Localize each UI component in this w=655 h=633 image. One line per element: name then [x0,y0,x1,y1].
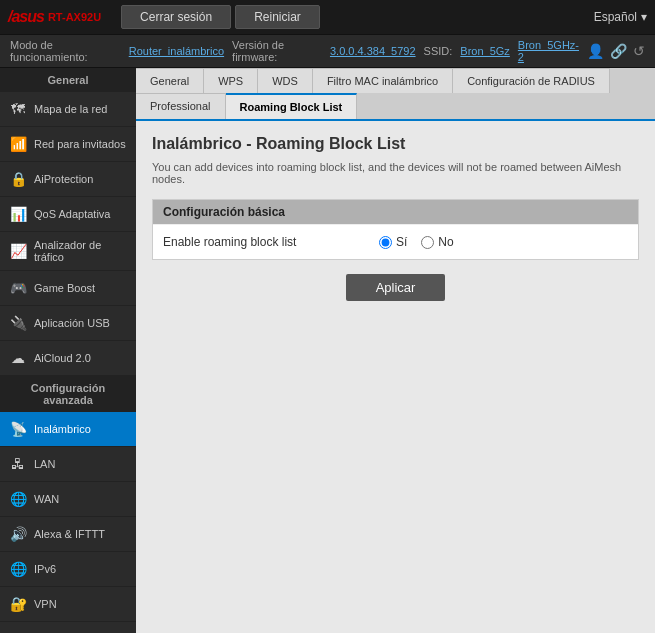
tab-roaming-block[interactable]: Roaming Block List [226,93,358,119]
page-description: You can add devices into roaming block l… [152,161,639,185]
basic-config-section: Configuración básica Enable roaming bloc… [152,199,639,260]
sidebar-item-alexa[interactable]: 🔊 Alexa & IFTTT [0,517,136,552]
sidebar-item-wireless[interactable]: 📡 Inalámbrico [0,412,136,447]
sidebar-label-wan: WAN [34,493,59,505]
info-bar: Modo de funcionamiento: Router_inalámbri… [0,34,655,68]
language-label: Español [594,10,637,24]
radio-si-label: Sí [396,235,407,249]
sidebar-item-lan[interactable]: 🖧 LAN [0,447,136,482]
ssid1-value[interactable]: Bron_5Gz [460,45,510,57]
top-bar: /asus RT-AX92U Cerrar sesión Reiniciar E… [0,0,655,34]
apply-row: Aplicar [152,274,639,301]
aiprotection-icon: 🔒 [8,169,28,189]
sidebar-label-lan: LAN [34,458,55,470]
section-header: Configuración básica [153,200,638,224]
aicloud-icon: ☁ [8,348,28,368]
ssid2-value[interactable]: Bron_5GHz-2 [518,39,579,63]
qos-icon: 📊 [8,204,28,224]
sidebar-label-vpn: VPN [34,598,57,610]
logout-button[interactable]: Cerrar sesión [121,5,231,29]
logo-model-text: RT-AX92U [48,11,101,23]
wan-icon: 🌐 [8,489,28,509]
sidebar-item-traffic[interactable]: 📈 Analizador de tráfico [0,232,136,271]
guest-network-icon: 📶 [8,134,28,154]
sidebar-label-gameboost: Game Boost [34,282,95,294]
alexa-icon: 🔊 [8,524,28,544]
sidebar-label-aicloud: AiCloud 2.0 [34,352,91,364]
sidebar-item-firewall[interactable]: 🛡 Firewall [0,622,136,633]
sidebar-item-aicloud[interactable]: ☁ AiCloud 2.0 [0,341,136,376]
radio-si-option[interactable]: Sí [379,235,407,249]
sidebar-item-gameboost[interactable]: 🎮 Game Boost [0,271,136,306]
sidebar: General 🗺 Mapa de la red 📶 Red para invi… [0,68,136,633]
tabs: General WPS WDS Filtro MAC inalámbrico C… [136,68,655,121]
sidebar-label-traffic: Analizador de tráfico [34,239,128,263]
content-area: General WPS WDS Filtro MAC inalámbrico C… [136,68,655,633]
ipv6-icon: 🌐 [8,559,28,579]
radio-no-label: No [438,235,453,249]
usb-icon: 🔌 [8,313,28,333]
refresh-icon[interactable]: ↺ [633,43,645,59]
ssid-label: SSID: [424,45,453,57]
sidebar-label-qos: QoS Adaptativa [34,208,110,220]
tab-general[interactable]: General [136,68,204,93]
sidebar-label-usb: Aplicación USB [34,317,110,329]
vpn-icon: 🔐 [8,594,28,614]
page-title: Inalámbrico - Roaming Block List [152,135,639,153]
sidebar-item-usb[interactable]: 🔌 Aplicación USB [0,306,136,341]
reboot-button[interactable]: Reiniciar [235,5,320,29]
radio-si-input[interactable] [379,236,392,249]
sidebar-item-ipv6[interactable]: 🌐 IPv6 [0,552,136,587]
apply-button[interactable]: Aplicar [346,274,446,301]
tab-mac-filter[interactable]: Filtro MAC inalámbrico [313,68,453,93]
network-map-icon: 🗺 [8,99,28,119]
sidebar-item-vpn[interactable]: 🔐 VPN [0,587,136,622]
sidebar-label-network-map: Mapa de la red [34,103,107,115]
mode-value[interactable]: Router_inalámbrico [129,45,224,57]
logo: /asus RT-AX92U [8,8,101,26]
info-icons: 👤 🔗 ↺ [587,43,645,59]
enable-roaming-row: Enable roaming block list Sí No [153,224,638,259]
firmware-value[interactable]: 3.0.0.4.384_5792 [330,45,416,57]
radio-no-input[interactable] [421,236,434,249]
sidebar-general-header: General [0,68,136,92]
radio-no-option[interactable]: No [421,235,453,249]
main-layout: General 🗺 Mapa de la red 📶 Red para invi… [0,68,655,633]
firewall-icon: 🛡 [8,629,28,633]
sidebar-item-wan[interactable]: 🌐 WAN [0,482,136,517]
tab-professional[interactable]: Professional [136,93,226,119]
person-icon[interactable]: 👤 [587,43,604,59]
chevron-down-icon: ▾ [641,10,647,24]
wireless-icon: 📡 [8,419,28,439]
tab-radius[interactable]: Configuración de RADIUS [453,68,610,93]
sidebar-advanced-header: Configuración avanzada [0,376,136,412]
sidebar-item-network-map[interactable]: 🗺 Mapa de la red [0,92,136,127]
sidebar-label-wireless: Inalámbrico [34,423,91,435]
top-buttons: Cerrar sesión Reiniciar [121,5,320,29]
tab-wps[interactable]: WPS [204,68,258,93]
mode-label: Modo de funcionamiento: [10,39,121,63]
sidebar-label-alexa: Alexa & IFTTT [34,528,105,540]
sidebar-label-guest-network: Red para invitados [34,138,126,150]
traffic-icon: 📈 [8,241,28,261]
sidebar-item-qos[interactable]: 📊 QoS Adaptativa [0,197,136,232]
radio-group: Sí No [379,235,454,249]
sidebar-label-ipv6: IPv6 [34,563,56,575]
gameboost-icon: 🎮 [8,278,28,298]
lan-icon: 🖧 [8,454,28,474]
sidebar-item-guest-network[interactable]: 📶 Red para invitados [0,127,136,162]
language-selector[interactable]: Español ▾ [594,10,647,24]
tab-wds[interactable]: WDS [258,68,313,93]
page-content: Inalámbrico - Roaming Block List You can… [136,121,655,633]
sidebar-item-aiprotection[interactable]: 🔒 AiProtection [0,162,136,197]
firmware-label: Versión de firmware: [232,39,322,63]
enable-roaming-label: Enable roaming block list [163,235,363,249]
sidebar-label-aiprotection: AiProtection [34,173,93,185]
link-icon[interactable]: 🔗 [610,43,627,59]
logo-asus-text: /asus [8,8,44,26]
